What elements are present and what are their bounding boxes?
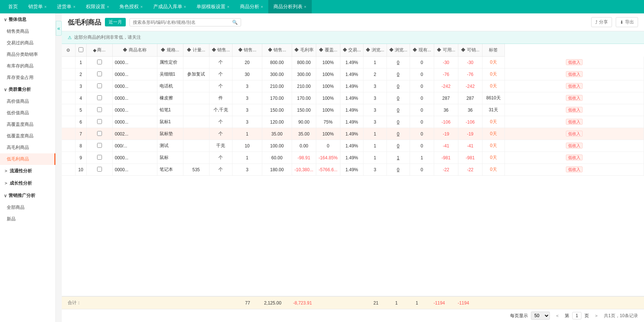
row-checkbox-6[interactable]: [86, 128, 112, 140]
row-checkbox-4[interactable]: [86, 104, 112, 116]
nav-purchase[interactable]: 进货单 ×: [52, 0, 80, 13]
row-checkbox-9[interactable]: [86, 164, 112, 176]
th-browse2[interactable]: ◆ 浏览...: [387, 44, 410, 57]
row-checkbox-input-1[interactable]: [97, 71, 102, 76]
sidebar-item-in-stock[interactable]: 有库存的商品: [0, 60, 55, 72]
nav-templates[interactable]: 单据模板设置 ×: [191, 0, 234, 13]
row-browse1-4[interactable]: 0: [387, 104, 410, 116]
sidebar-item-high-margin[interactable]: 高毛利商品: [0, 142, 55, 153]
th-sales-price[interactable]: ◆ 销售...: [232, 44, 262, 57]
th-unit[interactable]: ◆ 计量...: [183, 44, 209, 57]
close-roles-icon[interactable]: ×: [140, 4, 142, 9]
nav-permissions[interactable]: 权限设置 ×: [81, 0, 114, 13]
sidebar-item-traded[interactable]: 交易过的商品: [0, 37, 55, 49]
section-growth[interactable]: ＞ 成长性分析: [0, 177, 55, 189]
sidebar-item-high-value[interactable]: 高价值商品: [0, 96, 55, 107]
nav-roles[interactable]: 角色授权 ×: [114, 0, 148, 13]
nav-analysis[interactable]: 商品分析 ×: [235, 0, 268, 13]
close-permissions-icon[interactable]: ×: [107, 4, 109, 9]
per-page-select[interactable]: 50 100 200: [531, 312, 550, 320]
close-templates-icon[interactable]: ×: [227, 4, 229, 9]
close-purchase-icon[interactable]: ×: [73, 4, 75, 9]
row-checkbox-3[interactable]: [86, 92, 112, 104]
close-analysis-list-icon[interactable]: ×: [304, 4, 306, 9]
row-sales-price-5: 120.00: [262, 116, 292, 128]
row-checkbox-0[interactable]: [86, 57, 112, 68]
export-button[interactable]: ⬇ 导出: [616, 17, 638, 27]
close-products-in-icon[interactable]: ×: [184, 4, 186, 9]
prev-page-button[interactable]: ＜: [553, 312, 562, 320]
data-table-wrapper: ⚙ ◆ 商... ◆ 商品名称 ◆ 规格... ◆ 计量... ◆ 销售... …: [62, 44, 644, 296]
period-button[interactable]: 近一月: [105, 18, 126, 26]
row-checkbox-input-6[interactable]: [97, 131, 102, 136]
next-page-button[interactable]: ＞: [592, 312, 601, 320]
row-sellable-7: 0天: [482, 140, 504, 152]
row-browse1-9[interactable]: 0: [387, 164, 410, 176]
row-checkbox-8[interactable]: [86, 152, 112, 164]
footer-transaction: 21: [366, 300, 386, 306]
th-current[interactable]: ◆ 现有...: [410, 44, 434, 57]
row-settings-0: [62, 57, 75, 68]
table-row: 8 000/... 测试 千克 10 100.00 0.00 0 1.49% 1…: [62, 140, 644, 152]
th-spec[interactable]: ◆ 规格...: [157, 44, 183, 57]
nav-analysis-list[interactable]: 商品分析列表 ×: [268, 0, 311, 13]
section-overall[interactable]: ∨ 整体信息: [0, 13, 55, 26]
th-gross-margin[interactable]: ◆ 毛利率: [292, 44, 316, 57]
row-checkbox-input-2[interactable]: [97, 83, 102, 88]
row-checkbox-input-0[interactable]: [97, 60, 102, 64]
sidebar-item-all-products[interactable]: 全部商品: [0, 202, 55, 213]
th-transaction[interactable]: ◆ 交易...: [340, 44, 363, 57]
select-all-checkbox[interactable]: [79, 47, 83, 52]
section-flow[interactable]: ＞ 流通性分析: [0, 165, 55, 177]
close-analysis-icon[interactable]: ×: [261, 4, 263, 9]
row-browse1-0[interactable]: 0: [387, 57, 410, 68]
search-input[interactable]: [133, 20, 232, 25]
th-name[interactable]: ◆ 商品名称: [112, 44, 157, 57]
th-available[interactable]: ◆ 可用...: [434, 44, 458, 57]
sidebar-item-high-coverage[interactable]: 高覆盖度商品: [0, 119, 55, 130]
row-checkbox-input-9[interactable]: [97, 167, 102, 172]
share-button[interactable]: ⤴ 分享: [591, 17, 612, 27]
th-settings[interactable]: ⚙: [62, 44, 75, 57]
sidebar-item-new-products[interactable]: 新品: [0, 213, 55, 225]
th-sales-count[interactable]: ◆ 销售...: [209, 44, 232, 57]
th-tag[interactable]: 标签: [482, 44, 504, 57]
close-sales-icon[interactable]: ×: [44, 4, 47, 9]
th-browse1[interactable]: ◆ 浏览...: [363, 44, 387, 57]
row-checkbox-1[interactable]: [86, 68, 112, 80]
row-browse1-2[interactable]: 0: [387, 80, 410, 92]
pagination: 每页显示 50 100 200 ＜ 第 1 页 ＞ 共1页，10条记录: [62, 309, 644, 322]
sidebar-item-sales-category[interactable]: 销售类商品: [0, 26, 55, 37]
row-browse1-1[interactable]: 0: [387, 68, 410, 80]
sidebar-item-low-value[interactable]: 低价值商品: [0, 107, 55, 119]
sidebar-item-low-coverage[interactable]: 低覆盖度商品: [0, 130, 55, 142]
row-browse1-7[interactable]: 0: [387, 140, 410, 152]
th-checkbox[interactable]: [75, 44, 86, 57]
th-sellable[interactable]: ◆ 可销...: [458, 44, 482, 57]
row-checkbox-input-3[interactable]: [97, 95, 102, 100]
row-checkbox-5[interactable]: [86, 116, 112, 128]
row-checkbox-input-5[interactable]: [97, 119, 102, 124]
nav-home[interactable]: 首页: [3, 0, 23, 13]
sidebar-collapse-button[interactable]: «: [56, 21, 62, 36]
section-marketing[interactable]: ∨ 营销推广分析: [0, 189, 55, 202]
section-cluster[interactable]: ∨ 类群量分析: [0, 83, 55, 96]
row-checkbox-input-7[interactable]: [97, 143, 102, 148]
nav-products-in[interactable]: 产成品入库单 ×: [148, 0, 191, 13]
row-browse1-6[interactable]: 0: [387, 128, 410, 140]
sidebar-item-low-margin[interactable]: 低毛利商品: [0, 153, 55, 165]
th-sales-amount[interactable]: ◆ 销售...: [262, 44, 292, 57]
sidebar-item-category-rate[interactable]: 商品分类助销率: [0, 49, 55, 60]
row-browse1-8[interactable]: 1: [387, 152, 410, 164]
sidebar-item-capital[interactable]: 库存资金占用: [0, 72, 55, 83]
th-code[interactable]: ◆ 商...: [86, 44, 112, 57]
row-browse1-5[interactable]: 0: [387, 116, 410, 128]
row-checkbox-2[interactable]: [86, 80, 112, 92]
row-checkbox-input-8[interactable]: [97, 155, 102, 160]
row-checkbox-7[interactable]: [86, 140, 112, 152]
th-coverage[interactable]: ◆ 覆盖...: [316, 44, 340, 57]
row-checkbox-input-4[interactable]: [97, 107, 102, 112]
row-browse1-3[interactable]: 0: [387, 92, 410, 104]
nav-sales[interactable]: 销货单 ×: [23, 0, 52, 13]
search-icon[interactable]: 🔍: [232, 20, 238, 25]
